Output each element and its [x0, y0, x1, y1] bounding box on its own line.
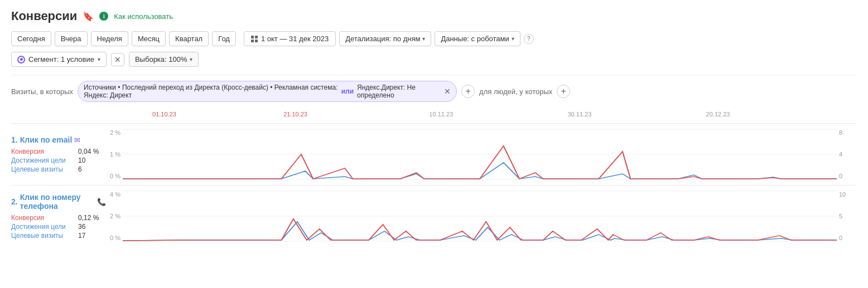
chart-svg-1	[123, 129, 837, 179]
grid-icon	[251, 36, 258, 42]
y-axis-left-1: 2 % 1 % 0 %	[106, 129, 123, 179]
conv-value-1: 0,04 %	[78, 148, 99, 155]
filter-prefix: Визиты, в которых	[11, 87, 73, 96]
segment-row: Сегмент: 1 условие ▾ ✕ Выборка: 100% ▾	[11, 52, 857, 67]
email-icon: ✉	[74, 136, 80, 144]
filter-row: Визиты, в которых Источники • Последний …	[11, 75, 857, 106]
metric-section-2: 2. Клик по номеру телефона 📞 Конверсия 0…	[11, 185, 857, 247]
help-link[interactable]: Как использовать	[114, 12, 173, 21]
y-left-bot-2: 0 %	[110, 235, 120, 241]
add-people-condition-button[interactable]: +	[557, 85, 570, 98]
achieve-value-2: 36	[78, 223, 85, 231]
chart-svg-2	[123, 191, 837, 241]
btn-today[interactable]: Сегодня	[11, 31, 51, 46]
date-label-1: 01.10.23	[152, 111, 176, 118]
date-label-2: 21.10.23	[283, 111, 307, 118]
y-axis-left-2: 4 % 2 % 0 %	[106, 191, 123, 241]
date-range-button[interactable]: 1 окт — 31 дек 2023	[244, 31, 336, 46]
metric-number-2: 2.	[11, 197, 18, 206]
visits-label-2: Целевые визиты	[11, 232, 74, 240]
help-circle-btn[interactable]: ?	[524, 34, 534, 44]
metric-info-2: 2. Клик по номеру телефона 📞 Конверсия 0…	[11, 193, 106, 240]
metric-info-1: 1. Клик по email ✉ Конверсия 0,04 % Дост…	[11, 135, 106, 173]
chip-or: или	[341, 87, 354, 95]
segment-button[interactable]: Сегмент: 1 условие ▾	[11, 52, 107, 67]
sample-button[interactable]: Выборка: 100% ▾	[129, 52, 199, 67]
filter-chip[interactable]: Источники • Последний переход из Директа…	[78, 81, 457, 102]
y-left-mid-1: 1 %	[110, 151, 120, 158]
chevron-down-icon-2: ▾	[512, 36, 514, 42]
conv-label-1: Конверсия	[11, 148, 74, 155]
sample-label: Выборка: 100%	[135, 55, 187, 64]
chip-close-icon[interactable]: ✕	[444, 87, 451, 96]
y-axis-right-1: 8 4 0	[837, 129, 857, 179]
date-label-3: 10.11.23	[429, 111, 453, 118]
chip-text-1: Источники • Последний переход из Директа…	[84, 84, 338, 99]
segment-label: Сегмент: 1 условие	[28, 55, 94, 64]
date-label-5: 20.12.23	[706, 111, 730, 118]
achieve-label-1: Достижения цели	[11, 157, 74, 164]
metric-title-2: Клик по номеру телефона	[20, 193, 95, 211]
conv-label-2: Конверсия	[11, 214, 74, 222]
toolbar-row: Сегодня Вчера Неделя Месяц Квартал Год 1…	[11, 31, 857, 46]
detail-select[interactable]: Детализация: по дням ▾	[339, 31, 431, 46]
date-range-label: 1 окт — 31 дек 2023	[261, 35, 329, 43]
data-label: Данные: с роботами	[441, 35, 509, 43]
phone-icon: 📞	[97, 198, 106, 206]
y-left-bot-1: 0 %	[110, 173, 120, 179]
y-right-bot-2: 0	[839, 235, 842, 241]
segment-close-button[interactable]: ✕	[111, 53, 124, 66]
chart-svg-container-2	[123, 191, 837, 241]
add-condition-button[interactable]: +	[461, 85, 475, 98]
metric-section-1: 1. Клик по email ✉ Конверсия 0,04 % Дост…	[11, 123, 857, 185]
metric-title-1: Клик по email	[20, 135, 73, 144]
y-right-mid-2: 5	[839, 213, 842, 219]
y-right-bot-1: 0	[839, 173, 842, 179]
btn-yesterday[interactable]: Вчера	[55, 31, 88, 46]
chevron-down-icon-3: ▾	[98, 56, 100, 62]
conv-value-2: 0,12 %	[78, 214, 99, 222]
info-icon: i	[99, 12, 108, 21]
visits-label-1: Целевые визиты	[11, 165, 74, 173]
btn-year[interactable]: Год	[212, 31, 236, 46]
page-title: Конверсии	[11, 9, 77, 23]
metric-rows-2: Конверсия 0,12 % Достижения цели 36 Целе…	[11, 214, 106, 240]
achieve-value-1: 10	[78, 157, 85, 164]
chevron-down-icon: ▾	[422, 36, 425, 42]
bookmark-icon[interactable]: 🔖	[83, 11, 94, 22]
visits-value-1: 6	[78, 165, 82, 173]
visits-value-2: 17	[78, 232, 85, 240]
y-left-mid-2: 2 %	[110, 213, 120, 219]
btn-week[interactable]: Неделя	[91, 31, 128, 46]
metric-number-1: 1.	[11, 135, 18, 144]
y-right-mid-1: 4	[839, 151, 842, 158]
btn-month[interactable]: Месяц	[132, 31, 166, 46]
btn-quarter[interactable]: Квартал	[169, 31, 209, 46]
date-label-4: 30.11.23	[567, 111, 591, 118]
y-right-top-1: 8	[839, 129, 842, 136]
chart-svg-container-1	[123, 129, 837, 179]
y-left-top-2: 4 %	[110, 191, 120, 198]
y-axis-right-2: 10 5 0	[837, 191, 857, 241]
chip-text-2: Яндекс.Директ: Не определено	[357, 84, 438, 99]
detail-label: Детализация: по дням	[345, 35, 420, 43]
for-people-label: для людей, у которых	[479, 87, 552, 96]
segment-icon	[17, 56, 25, 64]
metric-rows-1: Конверсия 0,04 % Достижения цели 10 Целе…	[11, 148, 106, 173]
y-left-top-1: 2 %	[110, 129, 120, 136]
chart-area: 01.10.23 21.10.23 10.11.23 30.11.23 20.1…	[11, 111, 857, 247]
chevron-down-icon-4: ▾	[190, 56, 192, 62]
data-select[interactable]: Данные: с роботами ▾	[435, 31, 520, 46]
achieve-label-2: Достижения цели	[11, 223, 74, 231]
y-right-top-2: 10	[839, 191, 846, 198]
